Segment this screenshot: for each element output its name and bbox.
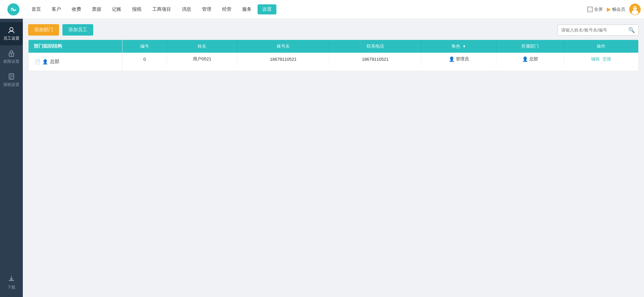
taxsettings-icon [7, 72, 15, 81]
nav-manage[interactable]: 管理 [197, 4, 216, 14]
dept-person-icon: 👤 [42, 59, 48, 64]
col-action: 操作 [564, 40, 638, 53]
nav-bill[interactable]: 票据 [87, 4, 106, 14]
table-container: 部门组织结构 📄 👤 总部 编号 姓名 账号名 [28, 40, 639, 71]
svg-point-5 [635, 7, 637, 8]
sidebar-download[interactable]: 下载 [0, 271, 23, 294]
cell-id: 0 [122, 53, 167, 65]
col-id: 编号 [122, 40, 167, 53]
table-header-row: 编号 姓名 账号名 联系电话 角色 ▼ 所属部门 操作 [122, 40, 638, 53]
sidebar-employee-label: 员工设置 [3, 36, 19, 41]
search-box: 🔍 [557, 24, 639, 36]
dept-panel: 部门组织结构 📄 👤 总部 [29, 40, 122, 71]
vip-icon: ▶ [607, 6, 611, 12]
dept-file-icon: 📄 [35, 59, 40, 64]
vip-button[interactable]: ▶ 畅会员 [607, 6, 625, 12]
table-row: 0 用户0521 18679110521 18679110521 👤 管理员 [122, 53, 638, 65]
nav-service[interactable]: 服务 [237, 4, 256, 14]
fullscreen-icon: ⛶ [587, 7, 593, 12]
svg-point-4 [633, 7, 635, 8]
col-role[interactable]: 角色 ▼ [421, 40, 496, 53]
col-name: 姓名 [167, 40, 237, 53]
edit-link[interactable]: 编辑 [591, 56, 600, 62]
nav-message[interactable]: 消息 [177, 4, 196, 14]
sidebar-permission-label: 权限设置 [3, 59, 19, 64]
role-icon: 👤 [449, 56, 454, 62]
nav-business[interactable]: 工商项目 [148, 4, 176, 14]
cell-dept: 👤 总部 [496, 53, 564, 65]
nav-customer[interactable]: 客户 [47, 4, 66, 14]
search-button[interactable]: 🔍 [625, 25, 638, 35]
col-phone: 联系电话 [329, 40, 421, 53]
fullscreen-button[interactable]: ⛶ 全屏 [587, 6, 603, 12]
employee-table: 编号 姓名 账号名 联系电话 角色 ▼ 所属部门 操作 [122, 40, 638, 65]
toolbar: 添加部门 添加员工 🔍 [28, 24, 639, 36]
nav-tax[interactable]: 报税 [127, 4, 146, 14]
download-icon [8, 275, 15, 283]
search-input[interactable] [558, 26, 625, 35]
sidebar-taxsettings-label: 报税设置 [3, 82, 19, 88]
dept-tree: 📄 👤 总部 [29, 53, 122, 71]
cell-role: 👤 管理员 [421, 53, 496, 65]
employee-icon [7, 26, 15, 34]
add-dept-button[interactable]: 添加部门 [28, 24, 59, 36]
dept-tree-item[interactable]: 📄 👤 总部 [32, 56, 119, 67]
svg-point-6 [10, 28, 13, 31]
svg-point-8 [11, 54, 12, 55]
cell-account: 18679110521 [237, 53, 329, 65]
nav-operation[interactable]: 经营 [217, 4, 236, 14]
dept-label: 总部 [529, 56, 538, 62]
col-dept: 所属部门 [496, 40, 564, 53]
role-label: 管理员 [456, 56, 469, 62]
sidebar-item-permission[interactable]: 权限设置 [0, 45, 23, 68]
top-navigation: 首页 客户 收费 票据 记账 报税 工商项目 消息 管理 经营 服务 设置 ⛶ … [0, 0, 644, 19]
nav-fee[interactable]: 收费 [67, 4, 86, 14]
nav-accounting[interactable]: 记账 [107, 4, 126, 14]
nav-home[interactable]: 首页 [27, 4, 46, 14]
transfer-link[interactable]: 交接 [602, 56, 611, 62]
sidebar-item-employee[interactable]: 员工设置 [0, 22, 23, 45]
nav-right: ⛶ 全屏 ▶ 畅会员 [587, 4, 641, 15]
cell-name: 用户0521 [167, 53, 237, 65]
content-area: 添加部门 添加员工 🔍 部门组织结构 📄 👤 总部 [23, 19, 644, 297]
filter-icon: ▼ [462, 44, 466, 48]
cell-actions: 编辑 交接 [564, 53, 638, 65]
col-role-label: 角色 [451, 44, 460, 49]
permission-icon [7, 49, 15, 57]
vip-label: 畅会员 [612, 6, 625, 12]
nav-items: 首页 客户 收费 票据 记账 报税 工商项目 消息 管理 经营 服务 设置 [27, 4, 587, 14]
sidebar-bottom: 下载 [0, 271, 23, 297]
dept-panel-header: 部门组织结构 [29, 40, 122, 53]
dept-person-icon2: 👤 [522, 56, 528, 62]
svg-point-2 [633, 6, 637, 10]
dept-name: 总部 [50, 59, 59, 65]
app-logo[interactable] [3, 3, 23, 15]
svg-point-3 [632, 10, 638, 15]
employee-panel: 编号 姓名 账号名 联系电话 角色 ▼ 所属部门 操作 [122, 40, 638, 71]
col-account: 账号名 [237, 40, 329, 53]
fullscreen-label: 全屏 [594, 6, 603, 12]
nav-settings[interactable]: 设置 [258, 4, 276, 14]
main-layout: 员工设置 权限设置 报税设置 [0, 19, 644, 297]
add-employee-button[interactable]: 添加员工 [62, 24, 93, 36]
user-avatar[interactable] [629, 4, 641, 15]
sidebar-item-taxsettings[interactable]: 报税设置 [0, 68, 23, 92]
cell-phone: 18679110521 [329, 53, 421, 65]
sidebar-download-label: 下载 [7, 285, 15, 290]
sidebar: 员工设置 权限设置 报税设置 [0, 19, 23, 297]
